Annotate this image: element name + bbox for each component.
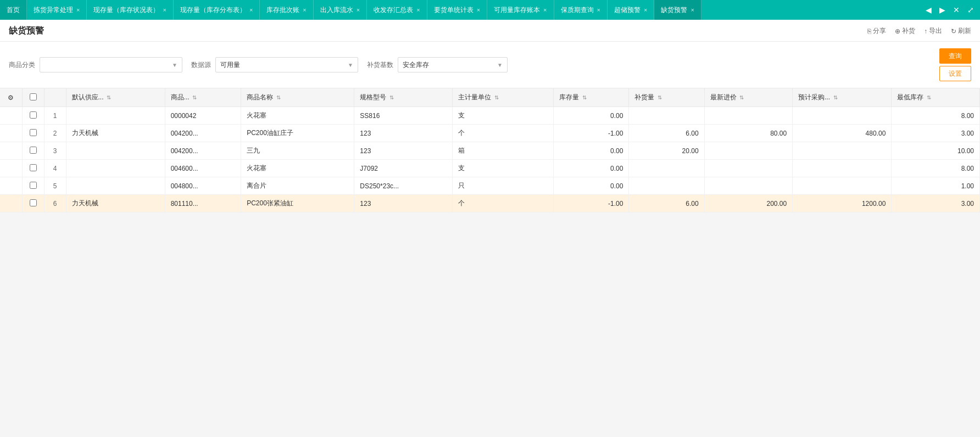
nav-tab-7-close[interactable]: × [477, 7, 480, 13]
sort-icon-spec: ⇅ [389, 94, 394, 100]
th-latest-price[interactable]: 最新进价 ⇅ [704, 88, 793, 107]
row-checkbox-cell[interactable] [22, 107, 44, 125]
nav-tab-10-close[interactable]: × [644, 7, 647, 13]
nav-tab-11[interactable]: 缺货预警 × [654, 0, 701, 20]
nav-next-button[interactable]: ▶ [937, 4, 948, 15]
nav-prev-button[interactable]: ◀ [923, 4, 934, 15]
nav-tab-7[interactable]: 要货单统计表 × [427, 0, 487, 20]
th-min-stock[interactable]: 最低库存 ⇅ [892, 88, 980, 107]
table-row: 6 力天机械 801110... PC200张紧油缸 123 个 -1.00 6… [0, 195, 980, 212]
row-index-cell: 5 [44, 177, 66, 195]
th-stock-label: 库存量 [559, 93, 579, 101]
row-checkbox-cell[interactable] [22, 177, 44, 195]
refresh-label: 刷新 [958, 26, 971, 36]
row-settings-cell [0, 195, 22, 212]
th-spec[interactable]: 规格型号 ⇅ [354, 88, 453, 107]
row-index-cell: 3 [44, 142, 66, 160]
datasource-label: 数据源 [191, 60, 211, 70]
th-index [44, 88, 66, 107]
nav-tab-10[interactable]: 超储预警 × [608, 0, 654, 20]
th-product-code-label: 商品... [171, 93, 190, 101]
replenish-select[interactable]: 安全库存 ▼ [398, 57, 508, 72]
row-spec-cell: 123 [354, 142, 453, 160]
query-button[interactable]: 查询 [939, 48, 971, 64]
th-est-purchase[interactable]: 预计采购... ⇅ [793, 88, 892, 107]
row-checkbox-2[interactable] [30, 147, 37, 154]
nav-tab-2[interactable]: 现存量（库存状况表） × [87, 0, 173, 20]
nav-tab-6-close[interactable]: × [416, 7, 420, 13]
category-select[interactable]: ▼ [40, 57, 182, 72]
nav-tab-5[interactable]: 出入库流水 × [314, 0, 367, 20]
row-checkbox-cell[interactable] [22, 195, 44, 212]
select-all-checkbox[interactable] [30, 93, 37, 100]
row-product-code-cell: 004200... [165, 142, 241, 160]
table-row: 4 004600... 火花塞 J7092 支 0.00 8.00 [0, 160, 980, 177]
nav-tab-2-close[interactable]: × [163, 7, 166, 13]
nav-tab-9[interactable]: 保质期查询 × [554, 0, 608, 20]
datasource-select[interactable]: 可用量 ▼ [215, 57, 358, 72]
settings-button[interactable]: 设置 [939, 66, 971, 81]
nav-tab-8-close[interactable]: × [543, 7, 547, 13]
row-checkbox-5[interactable] [30, 199, 37, 206]
nav-tab-2-label: 现存量（库存状况表） [93, 5, 159, 15]
nav-tab-5-close[interactable]: × [357, 7, 360, 13]
nav-tab-home-label: 首页 [7, 5, 20, 15]
row-latest-price-cell [704, 160, 793, 177]
th-product-code[interactable]: 商品... ⇅ [165, 88, 241, 107]
nav-tab-3-close[interactable]: × [249, 7, 253, 13]
nav-tab-home[interactable]: 首页 [0, 0, 27, 20]
replenish-button[interactable]: ⊕ 补货 [895, 26, 915, 36]
nav-expand-button[interactable]: ⤢ [965, 4, 977, 15]
replenish-dropdown-icon: ▼ [497, 62, 503, 68]
row-unit-cell: 箱 [453, 142, 554, 160]
export-button[interactable]: ↑ 导出 [924, 26, 942, 36]
nav-close-button[interactable]: ✕ [950, 4, 962, 15]
th-supplier[interactable]: 默认供应... ⇅ [66, 88, 165, 107]
row-checkbox-cell[interactable] [22, 125, 44, 142]
sort-icon-min-stock: ⇅ [927, 94, 931, 100]
nav-tab-9-close[interactable]: × [597, 7, 600, 13]
row-checkbox-cell[interactable] [22, 142, 44, 160]
nav-tab-1-close[interactable]: × [76, 7, 80, 13]
nav-tab-1[interactable]: 拣货异常处理 × [27, 0, 87, 20]
category-label: 商品分类 [9, 60, 35, 70]
nav-tab-4-close[interactable]: × [303, 7, 306, 13]
th-checkbox[interactable] [22, 88, 44, 107]
sort-icon-replenish: ⇅ [658, 94, 662, 100]
row-checkbox-1[interactable] [30, 129, 37, 136]
nav-tab-8[interactable]: 可用量库存账本 × [487, 0, 554, 20]
nav-tab-6[interactable]: 收发存汇总表 × [367, 0, 427, 20]
row-checkbox-4[interactable] [30, 182, 37, 189]
table-row: 2 力天机械 004200... PC200油缸庄子 123 个 -1.00 6… [0, 125, 980, 142]
sort-icon-supplier: ⇅ [107, 94, 111, 100]
nav-tab-3[interactable]: 现存量（库存分布表） × [174, 0, 260, 20]
share-button[interactable]: ⎘ 分享 [867, 26, 886, 36]
row-checkbox-cell[interactable] [22, 160, 44, 177]
row-est-purchase-cell [793, 107, 892, 125]
nav-tab-11-close[interactable]: × [691, 7, 694, 13]
row-stock-cell: 0.00 [554, 142, 629, 160]
replenish-filter-group: 补货基数 安全库存 ▼ [367, 57, 508, 72]
th-unit[interactable]: 主计量单位 ⇅ [453, 88, 554, 107]
refresh-button[interactable]: ↻ 刷新 [951, 26, 971, 36]
row-index-cell: 1 [44, 107, 66, 125]
row-checkbox-0[interactable] [30, 111, 37, 119]
nav-tab-4[interactable]: 库存批次账 × [260, 0, 313, 20]
row-checkbox-3[interactable] [30, 164, 37, 171]
header-actions: ⎘ 分享 ⊕ 补货 ↑ 导出 ↻ 刷新 [867, 26, 971, 36]
nav-tab-11-label: 缺货预警 [661, 5, 687, 15]
row-index-cell: 6 [44, 195, 66, 212]
row-unit-cell: 只 [453, 177, 554, 195]
row-stock-cell: 0.00 [554, 107, 629, 125]
th-stock[interactable]: 库存量 ⇅ [554, 88, 629, 107]
row-spec-cell: J7092 [354, 160, 453, 177]
th-settings[interactable]: ⚙ [0, 88, 22, 107]
row-min-stock-cell: 8.00 [892, 160, 980, 177]
main-content: 缺货预警 ⎘ 分享 ⊕ 补货 ↑ 导出 ↻ 刷新 商品分类 [0, 20, 980, 212]
th-replenish[interactable]: 补货量 ⇅ [629, 88, 704, 107]
row-spec-cell: 123 [354, 125, 453, 142]
row-stock-cell: 0.00 [554, 177, 629, 195]
nav-tab-6-label: 收发存汇总表 [374, 5, 413, 15]
th-product-name[interactable]: 商品名称 ⇅ [241, 88, 354, 107]
th-spec-label: 规格型号 [360, 93, 386, 101]
